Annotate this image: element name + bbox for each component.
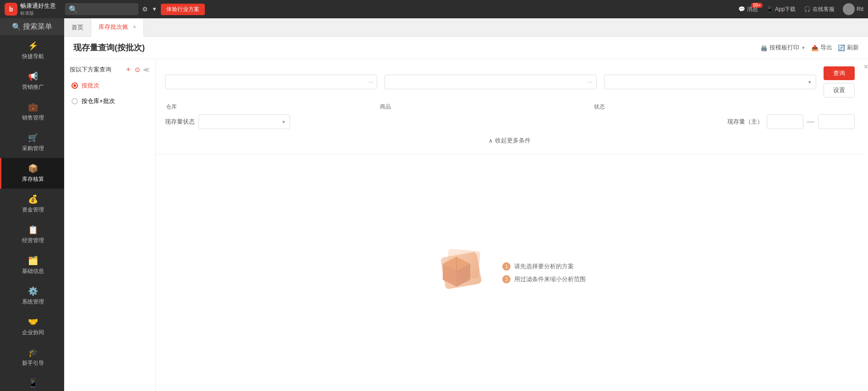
quantity-from-input[interactable] xyxy=(767,114,803,129)
filter-radio-batch xyxy=(71,82,78,89)
page-header: 现存量查询(按批次) 🖨️ 按模板打印 ▼ 📤 导出 🔄 刷新 xyxy=(64,37,868,59)
sidebar-item-apps[interactable]: 📱 应用中心 xyxy=(0,373,64,391)
headset-icon: 🎧 xyxy=(804,6,811,12)
tab-inventory-batch-label: 库存批次账 xyxy=(99,23,128,31)
warehouse-field: ··· xyxy=(165,75,377,89)
print-btn[interactable]: 🖨️ 按模板打印 ▼ xyxy=(760,43,806,52)
sidebar-item-inventory[interactable]: 📦 库存核算 xyxy=(0,158,64,189)
basics-icon: 🗂️ xyxy=(28,255,38,266)
sidebar-item-newbie[interactable]: 🎓 新手引导 xyxy=(0,342,64,373)
right-close-panel: × xyxy=(864,59,868,391)
goods-input[interactable] xyxy=(389,79,588,86)
top-search-bar[interactable]: 🔍 xyxy=(65,3,138,15)
sidebar-label-newbie: 新手引导 xyxy=(22,359,44,367)
filter-add-btn[interactable]: ＋ xyxy=(125,65,132,74)
quantity-separator: — xyxy=(807,118,814,126)
dropdown-arrow-icon: ▼ xyxy=(152,6,157,12)
user-avatar-area[interactable]: Rit xyxy=(843,3,863,15)
top-header: b 畅康通好生意 标准版 🔍 ⚙ ▼ 体验行业方案 💬 消息 99+ 📱 App… xyxy=(0,0,868,18)
sidebar-item-sales[interactable]: 💼 销售管理 xyxy=(0,97,64,127)
goods-field-label: 商品 xyxy=(379,103,586,111)
sidebar-search[interactable]: 🔍 搜索菜单 xyxy=(0,18,64,35)
chevron-up-icon: ∧ xyxy=(489,137,493,144)
sidebar-item-enterprise[interactable]: 🤝 企业协同 xyxy=(0,311,64,342)
query-form: ··· 仓库 ··· xyxy=(156,59,864,154)
filter-item-batch[interactable]: 按批次 xyxy=(64,78,155,93)
sidebar-search-label: 搜索菜单 xyxy=(23,22,52,32)
page-title: 现存量查询(按批次) xyxy=(73,42,145,53)
sidebar-item-basics[interactable]: 🗂️ 基础信息 xyxy=(0,250,64,281)
export-icon: 📤 xyxy=(811,44,819,51)
goods-field: ··· xyxy=(385,75,597,89)
empty-illustration xyxy=(434,245,489,300)
sidebar-item-quick-nav[interactable]: ⚡ 快捷导航 xyxy=(0,35,64,66)
settings-button[interactable]: 设置 xyxy=(824,83,855,98)
sidebar-label-operations: 经营管理 xyxy=(22,237,44,244)
warehouse-more-icon[interactable]: ··· xyxy=(368,79,373,85)
print-dropdown-icon: ▼ xyxy=(801,45,806,50)
inventory-status-dropdown[interactable]: ▼ xyxy=(198,114,290,129)
warehouse-input[interactable] xyxy=(169,79,368,86)
status-field-label: 状态 xyxy=(593,103,800,111)
inventory-status-arrow: ▼ xyxy=(281,119,286,125)
refresh-btn[interactable]: 🔄 刷新 xyxy=(838,43,859,52)
username: Rit xyxy=(857,6,863,12)
status-select[interactable]: ▼ xyxy=(604,75,816,89)
newbie-icon: 🎓 xyxy=(28,348,38,358)
quick-nav-icon: ⚡ xyxy=(28,41,38,51)
search-icon: 🔍 xyxy=(69,5,78,14)
header-right: 💬 消息 99+ 📱 App下载 🎧 在线客服 Rit xyxy=(738,3,863,15)
empty-tips: 1 请先选择要分析的方案 2 用过滤条件来缩小分析范围 xyxy=(502,262,586,283)
warehouse-input-wrapper[interactable]: ··· xyxy=(165,75,377,89)
logo-icon: b xyxy=(5,3,17,16)
sidebar-item-marketing[interactable]: 📢 营销推广 xyxy=(0,66,64,97)
quantity-label: 现存量（主） xyxy=(727,118,763,126)
sidebar-label-sales: 销售管理 xyxy=(22,114,44,122)
top-search-input[interactable] xyxy=(80,6,130,12)
sidebar-label-inventory: 库存核算 xyxy=(22,175,44,183)
sidebar-label-system: 系统管理 xyxy=(22,298,44,306)
quantity-to-input[interactable] xyxy=(818,114,855,129)
sidebar-item-finance[interactable]: 💰 资金管理 xyxy=(0,189,64,219)
export-btn[interactable]: 📤 导出 xyxy=(811,43,832,52)
filter-label-warehouse-batch: 按仓库+批次 xyxy=(82,97,115,105)
page-body: 按以下方案查询 ＋ ⊙ ≪ 按批次 按仓库+批次 xyxy=(64,59,868,391)
filter-collapse-btn[interactable]: ≪ xyxy=(143,66,150,73)
sidebar-label-marketing: 营销推广 xyxy=(22,83,44,91)
refresh-label: 刷新 xyxy=(847,43,859,52)
filter-item-warehouse-batch[interactable]: 按仓库+批次 xyxy=(64,93,155,109)
app-version: 标准版 xyxy=(20,10,56,16)
goods-input-wrapper[interactable]: ··· xyxy=(385,75,597,89)
app-download-btn[interactable]: 📱 App下载 xyxy=(766,5,796,13)
empty-tip-1: 1 请先选择要分析的方案 xyxy=(502,262,586,271)
tab-close-icon[interactable]: × xyxy=(133,24,136,30)
status-dropdown-arrow: ▼ xyxy=(808,80,812,85)
app-download-label: App下载 xyxy=(775,5,796,13)
enterprise-icon: 🤝 xyxy=(28,317,38,327)
sidebar-item-operations[interactable]: 📋 经营管理 xyxy=(0,219,64,250)
filter-settings-btn[interactable]: ⊙ xyxy=(135,66,140,73)
settings-icon-btn[interactable]: ⚙ xyxy=(142,5,148,13)
message-icon: 💬 xyxy=(738,6,745,12)
online-service-btn[interactable]: 🎧 在线客服 xyxy=(804,5,835,13)
collapse-more-btn[interactable]: ∧ 收起更多条件 xyxy=(165,135,855,147)
apps-icon: 📱 xyxy=(28,378,38,388)
query-row-1: ··· 仓库 ··· xyxy=(165,66,855,98)
message-badge: 99+ xyxy=(751,3,763,8)
close-panel-btn[interactable]: × xyxy=(864,63,868,71)
message-btn[interactable]: 💬 消息 99+ xyxy=(738,5,758,13)
query-area: ··· 仓库 ··· xyxy=(156,59,864,391)
refresh-icon: 🔄 xyxy=(838,44,845,51)
print-label: 按模板打印 xyxy=(769,43,799,52)
sidebar-item-purchase[interactable]: 🛒 采购管理 xyxy=(0,127,64,158)
query-button[interactable]: 查询 xyxy=(824,66,855,80)
query-row-2: 现存量状态 ▼ 现存量（主） — xyxy=(165,114,855,129)
content-area: 首页 库存批次账 × 现存量查询(按批次) 🖨️ 按模板打印 ▼ xyxy=(64,18,868,391)
inventory-icon: 📦 xyxy=(28,163,38,174)
sidebar: 🔍 搜索菜单 ⚡ 快捷导航 📢 营销推广 💼 销售管理 🛒 采购管理 📦 库存核… xyxy=(0,18,64,391)
goods-more-icon[interactable]: ··· xyxy=(588,79,593,85)
tab-home[interactable]: 首页 xyxy=(64,18,91,37)
tab-inventory-batch[interactable]: 库存批次账 × xyxy=(91,18,144,37)
sidebar-item-system[interactable]: ⚙️ 系统管理 xyxy=(0,281,64,311)
industry-btn[interactable]: 体验行业方案 xyxy=(161,4,205,15)
